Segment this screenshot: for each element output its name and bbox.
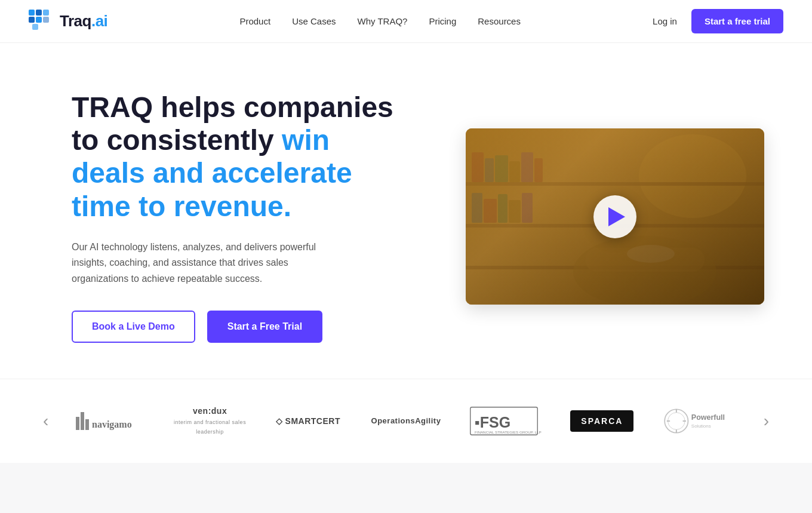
svg-rect-3 [36,17,42,23]
svg-rect-6 [32,24,38,30]
vendux-logo-text: ven:duxinterim and fractional sales lead… [166,406,254,436]
nav-product[interactable]: Product [239,16,270,26]
svg-rect-26 [81,412,84,430]
hero-subtext: Our AI technology listens, analyzes, and… [72,239,346,287]
book-demo-button[interactable]: Book a Live Demo [72,311,195,343]
partner-logo-smartcert: ◇ SMARTCERT [264,403,352,439]
svg-rect-0 [29,10,35,16]
bottom-section: Improve sales team performance with TRAQ… [0,463,812,513]
start-trial-button[interactable]: Start a free trial [691,9,783,33]
partner-logo-vendux: ven:duxinterim and fractional sales lead… [166,403,254,439]
svg-text:FINANCIAL STRATEGIES GROUP, LL: FINANCIAL STRATEGIES GROUP, LLP [475,430,542,434]
nav-why-traq[interactable]: Why TRAQ? [358,16,408,26]
logo-icon [29,10,57,33]
bottom-heading: Improve sales team performance with TRAQ… [24,511,788,513]
svg-text:navigamo: navigamo [92,419,132,430]
video-thumbnail[interactable] [466,128,764,305]
smartcert-logo-text: ◇ SMARTCERT [276,416,340,426]
hero-heading: TRAQ helps companies to consistently win… [72,91,394,223]
carousel-next-button[interactable]: › [756,407,776,435]
bottom-heading-part1: Improve sales team performance [139,511,537,513]
partner-logo-navigamo: navigamo [67,403,156,439]
start-free-trial-button[interactable]: Start a Free Trial [207,311,322,343]
svg-rect-4 [43,10,49,16]
svg-text:Powerfull: Powerfull [691,413,724,422]
powerfull-logo: Powerfull Solutions [662,406,739,436]
nav-right: Log in Start a free trial [653,9,783,33]
svg-text:▪FSG: ▪FSG [475,414,510,431]
svg-rect-25 [76,417,79,430]
login-button[interactable]: Log in [653,16,677,26]
navbar: Traq.ai Product Use Cases Why TRAQ? Pric… [0,0,812,43]
logos-track: ‹ navigamo ven:duxinterim and fractional… [36,403,776,439]
logo-link[interactable]: Traq.ai [29,10,107,33]
partner-logo-sparca: SPARCA [558,403,646,439]
svg-rect-2 [29,17,35,23]
nav-use-cases[interactable]: Use Cases [292,16,336,26]
hero-buttons: Book a Live Demo Start a Free Trial [72,311,394,343]
svg-text:Solutions: Solutions [691,423,710,429]
play-button[interactable] [593,195,636,238]
nav-links: Product Use Cases Why TRAQ? Pricing Reso… [239,16,521,26]
nav-resources[interactable]: Resources [478,16,521,26]
partner-logo-powerfull: Powerfull Solutions [656,403,744,439]
logo-carousel: navigamo ven:duxinterim and fractional s… [67,403,744,439]
logos-section: ‹ navigamo ven:duxinterim and fractional… [0,379,812,463]
svg-rect-5 [43,17,49,23]
hero-section: TRAQ helps companies to consistently win… [0,43,812,379]
logo-dot: .ai [91,12,107,30]
bottom-heading-accent: with TRAQ! [537,511,674,513]
play-icon [608,207,625,226]
svg-rect-27 [85,419,89,430]
svg-point-34 [668,413,685,430]
partner-logo-fsg: ▪FSG FINANCIAL STRATEGIES GROUP, LLP [460,403,548,439]
hero-video [466,128,764,305]
nav-pricing[interactable]: Pricing [429,16,456,26]
sparca-logo-text: SPARCA [570,410,633,432]
navigamo-logo: navigamo [73,406,150,436]
logo-text: Traq.ai [60,12,107,30]
operations-agility-logo-text: OperationsAgility [371,416,441,426]
hero-heading-part1: TRAQ helps companies to consistently [72,91,393,156]
hero-content: TRAQ helps companies to consistently win… [72,91,394,343]
svg-rect-1 [36,10,42,16]
fsg-logo: ▪FSG FINANCIAL STRATEGIES GROUP, LLP [465,406,543,436]
carousel-prev-button[interactable]: ‹ [36,407,56,435]
partner-logo-operations-agility: OperationsAgility [362,403,450,439]
